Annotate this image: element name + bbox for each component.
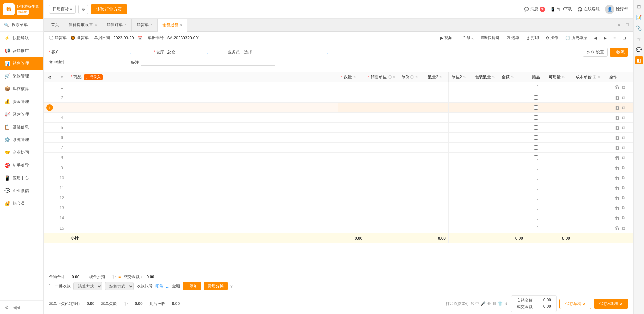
tab-price-setting-close[interactable]: ×: [95, 23, 97, 27]
delete-row-3-btn[interactable]: 🗑: [615, 105, 620, 110]
app-download-btn[interactable]: 📱 App下载: [550, 6, 572, 12]
row-qty2-2[interactable]: [425, 92, 449, 103]
row-unit-2[interactable]: [365, 92, 398, 103]
history-btn[interactable]: 🕐 历史单据: [563, 34, 589, 41]
copy-9[interactable]: ⧉: [622, 165, 625, 171]
del-15[interactable]: 🗑: [615, 226, 620, 231]
shortcut-btn[interactable]: ⌨ 快捷键: [479, 34, 502, 41]
tab-price-setting[interactable]: 售价提取设置 ×: [64, 19, 102, 32]
collapse-icon[interactable]: ◀◀: [13, 303, 21, 311]
sidebar-item-operation[interactable]: 📈 经营管理: [0, 108, 43, 121]
row-unit-1[interactable]: [365, 82, 398, 92]
icon-display[interactable]: 🖥: [492, 301, 496, 306]
icon-print[interactable]: 🖨: [504, 301, 508, 306]
customer-input[interactable]: [61, 49, 128, 55]
row-qty-2[interactable]: [338, 92, 365, 103]
calc-method-select[interactable]: 结算方式: [105, 282, 134, 290]
price-info-icon[interactable]: ⓘ: [410, 75, 414, 79]
tab-sales-order[interactable]: 销售订单 ×: [102, 19, 132, 32]
warehouse-picker-btn[interactable]: ...: [204, 50, 208, 55]
right-icon-panel[interactable]: ◧: [635, 56, 643, 64]
delete-row-1-btn[interactable]: 🗑: [615, 85, 620, 90]
icon-eye[interactable]: 👁: [487, 301, 491, 306]
sidebar-item-member[interactable]: 👑 畅会员: [0, 197, 43, 210]
row-qty-1[interactable]: [338, 82, 365, 92]
sidebar-item-basic[interactable]: 📋 基础信息: [0, 121, 43, 133]
sidebar-item-enterprise[interactable]: 🤝 企业协同: [0, 146, 43, 159]
copy-12[interactable]: ⧉: [622, 195, 625, 201]
row-avail-2[interactable]: [546, 92, 573, 103]
row-amount-1[interactable]: [499, 82, 526, 92]
copy-row-1-btn[interactable]: ⧉: [622, 84, 625, 90]
sidebar-search[interactable]: 🔍 搜索菜单: [0, 19, 43, 32]
copy-5[interactable]: ⧉: [622, 125, 625, 130]
video-btn[interactable]: ▶ 视频: [438, 34, 454, 41]
row-unit-3[interactable]: [365, 103, 398, 113]
unit-sort-icon[interactable]: ⇅: [393, 75, 395, 79]
tab-sales[interactable]: 销货单 ×: [132, 19, 158, 32]
del-7[interactable]: 🗑: [615, 145, 620, 150]
radio-return[interactable]: 退货单: [71, 35, 89, 41]
unit-info-icon[interactable]: ⓘ: [388, 75, 392, 79]
remark-input[interactable]: [141, 59, 275, 66]
single-due-icon[interactable]: ⓘ: [124, 301, 128, 307]
del-14[interactable]: 🗑: [615, 215, 620, 221]
copy-row-2-btn[interactable]: ⧉: [622, 95, 625, 100]
add-row-btn[interactable]: +: [46, 104, 53, 111]
del-12[interactable]: 🗑: [615, 195, 620, 201]
row-goods-2[interactable]: [68, 92, 338, 103]
right-icon-star[interactable]: ☆: [635, 35, 643, 43]
row-cost-1[interactable]: [573, 82, 606, 92]
right-icon-chat[interactable]: 💬: [635, 46, 643, 54]
row-cost-2[interactable]: [573, 92, 606, 103]
industry-select[interactable]: 日用百货 ▾: [49, 5, 76, 14]
account-dots-btn[interactable]: ...: [166, 284, 169, 289]
sidebar-item-purchase[interactable]: 🛒 采购管理: [0, 70, 43, 82]
row-qty2-3[interactable]: [425, 103, 449, 113]
th-setting[interactable]: ⚙: [44, 72, 56, 82]
icon-shirt[interactable]: 👕: [498, 301, 503, 306]
del-5[interactable]: 🗑: [615, 125, 620, 130]
row-avail-1[interactable]: [546, 82, 573, 92]
sidebar-item-system[interactable]: ⚙️ 系统管理: [0, 133, 43, 146]
table-view-btn[interactable]: ⊟: [621, 35, 628, 41]
sidebar-item-finance[interactable]: 💰 资金管理: [0, 95, 43, 108]
copy-14[interactable]: ⧉: [622, 215, 625, 221]
addr-picker-btn[interactable]: ...: [107, 60, 111, 65]
row-price-3[interactable]: [398, 103, 425, 113]
settings-bottom-icon[interactable]: ⚙: [3, 303, 11, 311]
delete-row-2-btn[interactable]: 🗑: [615, 95, 620, 100]
copy-row-3-btn[interactable]: ⧉: [622, 105, 625, 110]
close-all-tabs-btn[interactable]: ×: [615, 22, 622, 28]
row-amount-3[interactable]: [499, 103, 526, 113]
salesman-picker-btn[interactable]: ...: [324, 50, 328, 55]
row-unit2-2[interactable]: [449, 92, 472, 103]
row-avail-3[interactable]: [546, 103, 573, 113]
sidebar-item-inventory[interactable]: 📦 库存核算: [0, 82, 43, 95]
restore-tab-btn[interactable]: □: [624, 22, 631, 28]
sidebar-item-sales[interactable]: 📊 销售管理: [0, 57, 43, 70]
next-btn[interactable]: ▶: [602, 35, 609, 41]
fee-help-icon[interactable]: ?: [230, 284, 233, 289]
tab-home[interactable]: 首页: [46, 19, 64, 32]
save-new-button[interactable]: 保存&新增 ∧: [594, 299, 628, 309]
discount-info-icon[interactable]: ⓘ: [112, 274, 116, 280]
salesman-input[interactable]: [242, 49, 289, 55]
right-icon-expand[interactable]: ⊞: [635, 3, 643, 11]
row-amount-2[interactable]: [499, 92, 526, 103]
qty-sort-icon[interactable]: ⇅: [353, 75, 356, 79]
help-btn[interactable]: ? 帮助: [461, 34, 476, 41]
select-order-btn[interactable]: ☑ 选单: [504, 34, 521, 41]
price-sort-icon[interactable]: ⇅: [415, 75, 418, 79]
tab-sales-close[interactable]: ×: [151, 23, 153, 27]
row-qty-3[interactable]: [338, 103, 365, 113]
copy-11[interactable]: ⧉: [622, 185, 625, 191]
right-icon-attach[interactable]: 📎: [635, 24, 643, 32]
row-unit2-1[interactable]: [449, 82, 472, 92]
row-pack-3[interactable]: [472, 103, 499, 113]
row-goods-3[interactable]: [68, 103, 338, 113]
sidebar-item-newbie[interactable]: 🎯 新手引导: [0, 159, 43, 172]
add-payment-btn[interactable]: + 添加: [183, 282, 201, 290]
user-menu-btn[interactable]: 👤 徐泽华: [605, 5, 628, 14]
save-draft-button[interactable]: 保存草稿 ∧: [559, 299, 591, 309]
